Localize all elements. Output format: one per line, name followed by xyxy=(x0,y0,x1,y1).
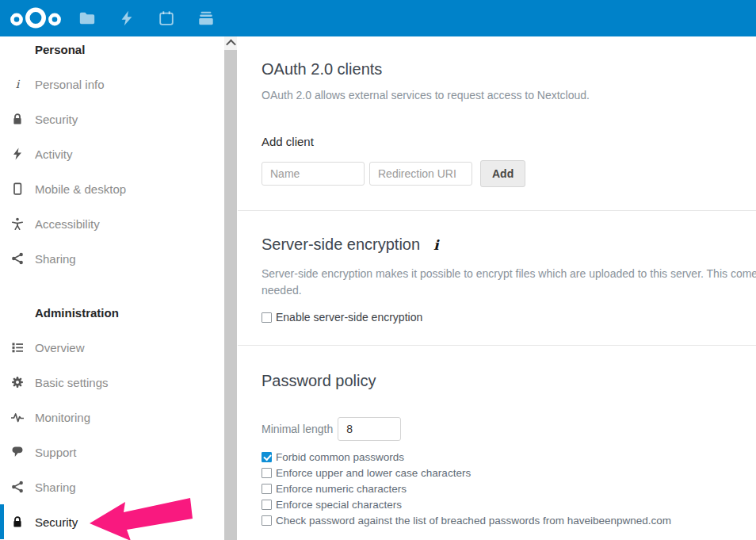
policy-option-row[interactable]: Check password against the list of breac… xyxy=(262,512,756,528)
sidebar-item-label: Sharing xyxy=(35,481,76,494)
share-icon xyxy=(11,252,24,265)
minimal-length-row: Minimal length xyxy=(238,417,756,441)
client-name-input[interactable] xyxy=(262,162,365,186)
sidebar-item-monitoring[interactable]: Monitoring xyxy=(0,400,238,435)
scrollbar-thumb[interactable] xyxy=(224,50,237,540)
speech-bubble-icon xyxy=(11,446,24,458)
folder-icon xyxy=(78,10,96,27)
phone-icon xyxy=(11,182,24,195)
password-policy-options: Forbid common passwords Enforce upper an… xyxy=(238,449,756,528)
encryption-section-title: Server-side encryption xyxy=(262,236,420,254)
password-policy-section: Password policy Minimal length Forbid co… xyxy=(238,346,756,528)
sidebar-item-label: Accessibility xyxy=(35,217,100,231)
app-navigation xyxy=(78,9,216,28)
lightning-icon xyxy=(118,10,136,27)
deck-icon xyxy=(197,10,215,27)
encryption-description-line2: needed. xyxy=(238,282,756,299)
share-icon xyxy=(11,481,24,493)
minimal-length-label: Minimal length xyxy=(262,423,333,435)
oauth-description: OAuth 2.0 allows external services to re… xyxy=(238,89,756,101)
check-breached-passwords-checkbox[interactable] xyxy=(262,515,272,526)
enforce-special-checkbox[interactable] xyxy=(262,500,272,510)
sidebar-item-support[interactable]: Support xyxy=(0,435,238,469)
pulse-icon xyxy=(11,411,24,423)
nextcloud-logo[interactable] xyxy=(8,5,63,32)
sidebar-item-label: Activity xyxy=(35,147,73,161)
policy-option-label: Enforce special characters xyxy=(276,499,402,511)
sidebar-item-label: Monitoring xyxy=(35,411,90,424)
sidebar-item-overview[interactable]: Overview xyxy=(0,330,238,365)
add-client-form: Add xyxy=(238,160,756,187)
policy-option-row[interactable]: Forbid common passwords xyxy=(262,449,756,465)
enable-encryption-label: Enable server-side encryption xyxy=(276,311,422,324)
accessibility-icon xyxy=(11,217,24,230)
enable-encryption-checkbox[interactable] xyxy=(262,312,272,323)
policy-option-row[interactable]: Enforce special characters xyxy=(262,496,756,512)
policy-option-label: Forbid common passwords xyxy=(276,451,404,463)
sidebar-item-sharing-personal[interactable]: Sharing xyxy=(0,241,238,276)
encryption-section: Server-side encryption i Server-side enc… xyxy=(238,211,756,346)
sidebar-item-security-admin[interactable]: Security xyxy=(0,504,238,539)
sidebar-scrollbar[interactable] xyxy=(224,36,237,540)
info-icon: i xyxy=(11,78,24,90)
add-client-label: Add client xyxy=(238,135,756,148)
activity-app-button[interactable] xyxy=(117,9,136,28)
policy-option-row[interactable]: Enforce upper and lower case characters xyxy=(262,465,756,481)
deck-app-button[interactable] xyxy=(197,9,216,28)
sidebar-item-label: Personal info xyxy=(35,78,105,91)
policy-option-row[interactable]: Enforce numeric characters xyxy=(262,481,756,496)
lock-icon xyxy=(11,113,24,125)
sidebar-item-sharing-admin[interactable]: Sharing xyxy=(0,469,238,504)
sidebar-item-label: Sharing xyxy=(35,252,76,266)
policy-option-label: Enforce upper and lower case characters xyxy=(276,467,471,479)
sidebar-item-label: Support xyxy=(35,446,77,459)
redirection-uri-input[interactable] xyxy=(369,162,472,186)
sidebar-item-activity[interactable]: Activity xyxy=(0,136,238,171)
sidebar-item-label: Basic settings xyxy=(35,376,109,389)
scrollbar-up-button[interactable] xyxy=(224,36,237,50)
oauth-section-title: OAuth 2.0 clients xyxy=(238,36,756,79)
main-content: OAuth 2.0 clients OAuth 2.0 allows exter… xyxy=(238,36,756,540)
enforce-case-checkbox[interactable] xyxy=(262,468,272,478)
gear-icon xyxy=(11,376,24,389)
chevron-up-icon xyxy=(226,40,236,50)
sidebar-item-security-personal[interactable]: Security xyxy=(0,101,238,136)
sidebar-item-label: Security xyxy=(35,515,78,529)
enforce-numeric-checkbox[interactable] xyxy=(262,484,272,494)
personal-nav-list: i Personal info Security Activity Mobile… xyxy=(0,67,238,276)
enable-encryption-row[interactable]: Enable server-side encryption xyxy=(238,311,756,324)
add-client-button[interactable]: Add xyxy=(480,160,525,187)
top-bar xyxy=(0,0,756,36)
admin-nav-list: Overview Basic settings Monitoring Suppo… xyxy=(0,330,238,539)
forbid-common-passwords-checkbox[interactable] xyxy=(262,452,272,462)
sidebar-item-label: Mobile & desktop xyxy=(35,182,126,196)
sidebar-item-label: Security xyxy=(35,113,78,126)
calendar-app-button[interactable] xyxy=(157,9,176,28)
policy-option-label: Enforce numeric characters xyxy=(276,483,407,495)
sidebar-item-accessibility[interactable]: Accessibility xyxy=(0,206,238,241)
encryption-description-line1: Server-side encryption makes it possible… xyxy=(238,266,756,282)
sidebar-section-administration: Administration xyxy=(0,300,238,327)
files-app-button[interactable] xyxy=(78,9,97,28)
sidebar-section-personal: Personal xyxy=(0,36,238,63)
list-icon xyxy=(11,341,24,354)
minimal-length-input[interactable] xyxy=(338,417,401,441)
svg-text:i: i xyxy=(16,78,21,90)
oauth-section: OAuth 2.0 clients OAuth 2.0 allows exter… xyxy=(238,36,756,211)
password-policy-title: Password policy xyxy=(238,346,756,390)
lightning-icon xyxy=(11,147,24,160)
sidebar-item-personal-info[interactable]: i Personal info xyxy=(0,67,238,101)
sidebar-item-mobile-desktop[interactable]: Mobile & desktop xyxy=(0,171,238,206)
info-icon[interactable]: i xyxy=(433,237,438,253)
settings-sidebar: Personal i Personal info Security Activi… xyxy=(0,36,238,540)
calendar-icon xyxy=(158,10,175,27)
sidebar-item-basic-settings[interactable]: Basic settings xyxy=(0,365,238,400)
policy-option-label: Check password against the list of breac… xyxy=(276,515,671,527)
sidebar-item-label: Overview xyxy=(35,341,85,354)
lock-icon xyxy=(11,515,24,528)
